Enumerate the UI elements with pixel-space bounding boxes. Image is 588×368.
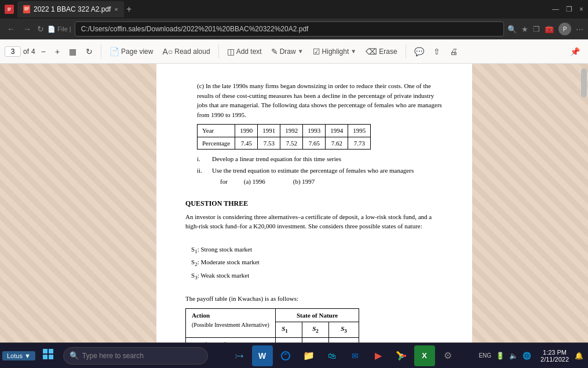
page-number-input[interactable] [5,46,21,57]
rotate-button[interactable]: ↻ [82,45,96,59]
table1-val-1991: 7.53 [258,137,280,150]
task-view-button[interactable]: ⧴ [229,345,250,366]
scrollbar-thumb[interactable] [581,68,587,97]
refresh-button[interactable]: ↻ [37,24,44,34]
svg-rect-9 [49,349,53,354]
back-button[interactable]: ← [5,23,17,35]
svg-rect-8 [43,349,48,354]
profile-avatar[interactable]: P [558,23,571,35]
active-tab[interactable]: 2022 1 BBAC 322 A2.pdf × [17,1,124,17]
read-aloud-icon: A○ [162,47,173,56]
close-button[interactable]: × [579,5,583,13]
main-area: (c) In the late 1990s many firms began d… [0,64,588,343]
forward-button[interactable]: → [21,23,34,35]
payoff-action-header: Action(Possible Investment Alternative) [186,308,276,337]
zoom-out-icon: − [41,47,46,56]
payoff-row1-s3: 1,200 [328,337,359,343]
sub-ii-a: (a) 1996 [244,177,265,187]
highlight-dropdown-icon[interactable]: ▼ [350,48,356,54]
language-indicator[interactable]: ENG [479,352,491,359]
pin-button[interactable]: 📌 [567,45,583,59]
tab-area: 2022 1 BBAC 322 A2.pdf × + [17,1,549,17]
windows-logo-icon [43,349,53,362]
collections-icon[interactable]: ❐ [533,25,540,34]
title-bar: 2022 1 BBAC 322 A2.pdf × + — ❐ × [0,0,588,19]
pdf-content: (c) In the late 1990s many firms began d… [185,81,443,343]
fit-page-button[interactable]: ▦ [65,45,80,59]
percentage-table: Year 1990 1991 1992 1993 1994 1995 Perce… [197,124,371,150]
chrome-button[interactable] [391,345,412,366]
clock-date: 2/11/2022 [540,356,569,363]
tab-close-button[interactable]: × [114,6,118,13]
table1-header-1993: 1993 [303,125,326,137]
read-aloud-button[interactable]: A○ Read aloud [159,45,213,59]
add-text-button[interactable]: ◫ Add text [224,45,265,59]
excel-button[interactable]: X [414,345,435,366]
erase-button[interactable]: ⌫ Erase [362,45,400,59]
file-explorer-button[interactable]: 📁 [298,345,319,366]
comment-button[interactable]: 💬 [411,45,428,59]
payoff-table: Action(Possible Investment Alternative) … [185,308,359,343]
extensions-icon[interactable]: 🧰 [545,25,554,34]
table1-container: Year 1990 1991 1992 1993 1994 1995 Perce… [197,124,443,150]
payoff-row1-action: Certificate of deposit [186,337,276,343]
start-button[interactable] [35,343,61,369]
sub-i-text: Develop a linear trend equation for this… [212,154,341,164]
table1-header-1992: 1992 [280,125,303,137]
draw-dropdown-icon[interactable]: ▼ [298,48,304,54]
notification-button[interactable]: 🔔 [575,352,583,360]
taskbar-right: ENG 🔋 🔈 🌐 1:23 PM 2/11/2022 🔔 [479,348,588,364]
sub-ii-for-item: for (a) 1996 (b) 1997 [220,177,443,187]
system-clock[interactable]: 1:23 PM 2/11/2022 [537,348,572,364]
edge-app-button[interactable] [275,345,296,366]
pdf-page[interactable]: (c) In the late 1990s many firms began d… [156,64,472,343]
network-icon[interactable]: 🌐 [523,352,531,360]
share-button[interactable]: ⇧ [430,45,444,59]
toolbar-separator-3 [406,45,406,59]
read-aloud-label: Read aloud [174,48,210,56]
comment-icon: 💬 [414,47,424,56]
favorites-icon[interactable]: ★ [521,25,528,34]
lotus-badge[interactable]: Lotus ▼ [2,351,35,360]
store-button[interactable]: 🛍 [322,345,342,366]
right-margin [472,64,588,343]
page-view-button[interactable]: 📄 Page view [106,45,156,59]
q3-intro: An investor is considering three alterna… [185,212,443,231]
zoom-out-button[interactable]: − [38,45,49,59]
settings-button[interactable]: ⚙ [437,345,458,366]
print-button[interactable]: 🖨 [446,45,461,59]
word-app-button[interactable]: W [252,345,273,366]
search-icon[interactable]: 🔍 [507,25,517,34]
volume-icon[interactable]: 🔈 [509,352,518,360]
media-button[interactable]: ▶ [368,345,389,366]
pdf-toolbar: of 4 − + ▦ ↻ 📄 Page view A○ Read aloud ◫… [0,39,588,64]
sub-ii-item: ii. Use the trend equation to estimate t… [197,166,443,176]
mail-button[interactable]: ✉ [345,345,366,366]
settings-icon[interactable]: ⋯ [576,25,583,34]
lotus-dropdown-icon[interactable]: ▼ [24,352,31,359]
highlight-button[interactable]: ☑ Highlight ▼ [309,45,360,59]
taskbar: Lotus ▼ 🔍 Type here to search ⧴ W 📁 🛍 [0,343,588,368]
table1-header-1995: 1995 [348,125,371,137]
maximize-button[interactable]: ❐ [566,5,572,13]
sub-i-item: i. Develop a linear trend equation for t… [197,154,443,164]
new-tab-button[interactable]: + [126,4,132,14]
lotus-label: Lotus [7,352,23,359]
taskbar-search-placeholder: Type here to search [82,352,144,360]
minimize-button[interactable]: — [552,5,559,13]
draw-button[interactable]: ✎ Draw ▼ [268,45,307,59]
page-total: 4 [31,48,35,56]
add-text-icon: ◫ [227,47,235,56]
payoff-s1-header: S1 [276,322,302,338]
s2-text: S2: Moderate stock market [191,257,260,269]
zoom-in-button[interactable]: + [52,45,63,59]
address-input[interactable] [75,21,504,37]
pin-icon: 📌 [570,47,580,56]
clock-time: 1:23 PM [540,349,569,356]
tab-title: 2022 1 BBAC 322 A2.pdf [34,5,111,13]
left-margin [0,64,156,343]
payoff-state-header: State of Nature [276,308,359,322]
share-icon: ⇧ [433,47,440,56]
battery-icon[interactable]: 🔋 [496,352,505,360]
taskbar-search[interactable]: 🔍 Type here to search [63,347,208,365]
